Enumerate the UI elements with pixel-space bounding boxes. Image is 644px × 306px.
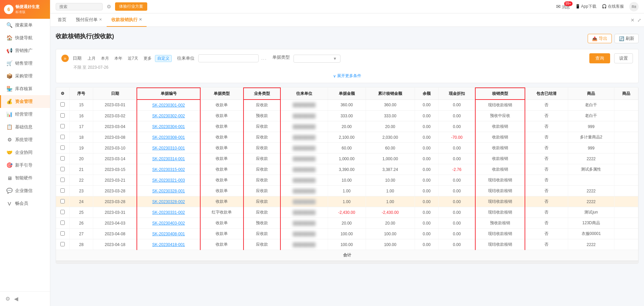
more-date-btn[interactable]: 更多	[142, 55, 154, 62]
cell-include-settled: 否	[525, 229, 568, 239]
tab-collection-close[interactable]: ✕	[139, 17, 142, 22]
cell-amount: 100.00	[328, 229, 366, 239]
bill-no-link[interactable]: SK-20230331-002	[152, 210, 185, 215]
bill-no-link[interactable]: SK-20230304-001	[152, 124, 185, 129]
bill-no-link[interactable]: SK-20230308-001	[152, 135, 185, 140]
tab-expand-icon[interactable]: ⤢	[637, 17, 641, 23]
filter-setting-button[interactable]: 设置	[614, 53, 633, 63]
bill-no-link[interactable]: SK-20230301-002	[152, 103, 185, 108]
cell-checkbox[interactable]	[56, 207, 69, 218]
company-input[interactable]	[198, 54, 259, 62]
search-input[interactable]	[56, 3, 103, 10]
cell-no: 24	[69, 196, 93, 207]
bill-type-select[interactable]: ▼	[293, 55, 340, 63]
cell-checkbox[interactable]	[56, 100, 69, 111]
settings-bottom-icon[interactable]: ⚙	[5, 296, 10, 302]
custom-date-btn[interactable]: 自定义	[155, 55, 172, 62]
cell-date: 2023-03-10	[93, 143, 137, 154]
cell-checkbox[interactable]	[56, 186, 69, 196]
messages-badge[interactable]: ✉ 消息 99+	[556, 3, 570, 10]
export-button[interactable]: 📤 导出	[588, 34, 612, 43]
cell-no: 21	[69, 164, 93, 175]
horizontal-scrollbar[interactable]	[56, 261, 638, 263]
tab-payable[interactable]: 预付应付单 ✕	[71, 13, 107, 27]
filter-expand-btn[interactable]: »	[61, 55, 69, 62]
cell-include-settled: 否	[525, 196, 568, 207]
cell-no: 27	[69, 229, 93, 239]
sidebar-item-guide[interactable]: 🎯新手引导	[0, 159, 50, 172]
cell-biz-type: 应收款	[244, 121, 280, 132]
bill-no-link[interactable]: SK-20230418-001	[152, 242, 185, 247]
sidebar-item-search[interactable]: 🔍搜索菜单	[0, 19, 50, 32]
cell-biz-type: 应收款	[244, 143, 280, 154]
cell-checkbox[interactable]	[56, 218, 69, 229]
refresh-button[interactable]: 🔄 刷新	[614, 34, 639, 43]
cell-checkbox[interactable]	[56, 154, 69, 164]
industry-btn[interactable]: 体验行业方案	[115, 2, 147, 11]
sidebar-item-label: 营销推广	[15, 48, 33, 54]
col-settings[interactable]: ⚙	[56, 88, 69, 100]
user-avatar[interactable]: Rit	[629, 2, 639, 11]
query-button[interactable]: 查询	[589, 53, 610, 63]
bill-no-link[interactable]: SK-20230403-002	[152, 221, 185, 226]
sidebar-item-hardware[interactable]: 🖥智能硬件	[0, 172, 50, 184]
sidebar-item-operation[interactable]: 📊经营管理	[0, 108, 50, 121]
cell-checkbox[interactable]	[56, 132, 69, 143]
cell-balance: 0.00	[415, 111, 439, 121]
col-cash-discount: 现金折扣	[438, 88, 475, 100]
last-month-btn[interactable]: 上月	[86, 55, 98, 62]
cell-cancel-type: 收款核销	[475, 154, 525, 164]
cell-bill-no: SK-20230408-001	[137, 229, 200, 239]
app-download[interactable]: 📱 App下载	[575, 4, 596, 9]
sidebar-item-member[interactable]: V畅会员	[0, 197, 50, 210]
this-month-btn[interactable]: 本月	[99, 55, 111, 62]
bill-no-link[interactable]: SK-20230408-001	[152, 232, 185, 236]
cell-bill-type: 收款单	[200, 239, 244, 250]
cell-checkbox[interactable]	[56, 111, 69, 121]
expand-more-link[interactable]: ∨ 展开更多条件	[333, 73, 361, 79]
this-year-btn[interactable]: 本年	[112, 55, 124, 62]
table-row: 15 2023-03-01 SK-20230301-002 收款单 应收款 ██…	[56, 100, 638, 111]
last-7days-btn[interactable]: 近7天	[126, 55, 140, 62]
online-service[interactable]: 🎧 在线客服	[602, 4, 624, 9]
sidebar-item-sales[interactable]: 🛒销售管理	[0, 57, 50, 70]
cell-checkbox[interactable]	[56, 175, 69, 186]
cell-biz-type: 应收款	[244, 154, 280, 164]
sidebar-item-purchase[interactable]: 📦采购管理	[0, 70, 50, 82]
bill-no-link[interactable]: SK-20230315-002	[152, 167, 185, 172]
cell-checkbox[interactable]	[56, 121, 69, 132]
sidebar-item-marketing[interactable]: 📢营销推广	[0, 44, 50, 57]
collapse-icon[interactable]: ◀	[14, 296, 18, 302]
date-filter-label: 日期	[73, 55, 82, 61]
cell-checkbox[interactable]	[56, 229, 69, 239]
sidebar-item-finance[interactable]: 💰资金管理	[0, 95, 50, 108]
sidebar-item-system[interactable]: ⚙系统管理	[0, 133, 50, 146]
cell-checkbox[interactable]	[56, 164, 69, 175]
sidebar-item-inventory[interactable]: 🏪库存核算	[0, 82, 50, 95]
tab-collection[interactable]: 收款核销执行 ✕	[107, 13, 147, 27]
tab-close-all-icon[interactable]: ✕	[631, 17, 635, 23]
cell-checkbox[interactable]	[56, 196, 69, 207]
filter-bar: » 日期 上月 本月 本年 近7天 更多 自定义 往来单位 ... 单据类型	[56, 49, 639, 83]
bill-no-link[interactable]: SK-20230302-002	[152, 114, 185, 118]
gear-icon[interactable]: ⚙	[107, 4, 111, 10]
sidebar-item-label: 畅会员	[15, 200, 28, 206]
sidebar-item-enterprise[interactable]: 🤝企业协同	[0, 146, 50, 159]
bill-no-link[interactable]: SK-20230314-001	[152, 157, 185, 161]
bill-no-link[interactable]: SK-20230328-002	[152, 199, 185, 204]
tab-payable-close[interactable]: ✕	[99, 17, 102, 22]
cell-checkbox[interactable]	[56, 143, 69, 154]
page-actions: 📤 导出 🔄 刷新	[588, 34, 639, 43]
hardware-icon: 🖥	[6, 175, 12, 181]
finance-icon: 💰	[6, 99, 12, 105]
sidebar-item-basic[interactable]: 📋基础信息	[0, 121, 50, 133]
bill-no-link[interactable]: SK-20230321-003	[152, 178, 185, 183]
bill-no-link[interactable]: SK-20230328-001	[152, 189, 185, 193]
cell-checkbox[interactable]	[56, 239, 69, 250]
tab-home[interactable]: 首页	[53, 13, 71, 27]
sidebar-item-shortcut[interactable]: 🏠快捷导航	[0, 32, 50, 44]
bill-no-link[interactable]: SK-20230310-001	[152, 146, 185, 150]
cell-goods: 999	[568, 121, 614, 132]
sidebar-item-wechat[interactable]: 💬企业微信	[0, 184, 50, 197]
sidebar-item-label: 新手引导	[15, 162, 33, 168]
